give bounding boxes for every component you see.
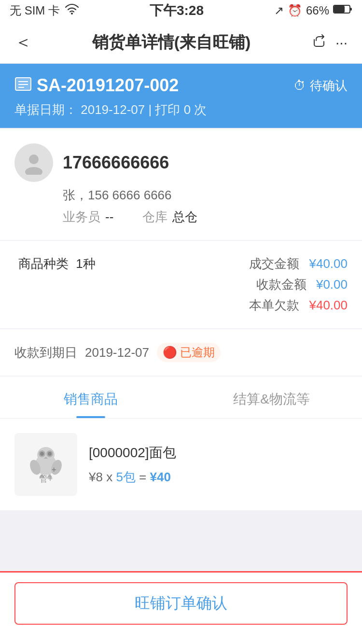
battery-icon (333, 4, 352, 17)
amount-value-1: ¥0.00 (316, 277, 348, 292)
overdue-text: 已逾期 (180, 345, 215, 360)
amount-value-0: ¥40.00 (309, 256, 348, 271)
customer-phone: 17666666666 (63, 153, 169, 173)
customer-name-info: 张，156 6666 6666 (14, 187, 348, 204)
bottom-action-bar: 旺铺订单确认 (0, 571, 362, 644)
tab-sales[interactable]: 销售商品 (0, 377, 181, 418)
back-button[interactable]: ＜ (14, 30, 43, 54)
equals-text: = (136, 470, 150, 484)
order-id-section: SA-20191207-002 (14, 75, 179, 96)
due-label: 收款到期日 (14, 344, 77, 361)
svg-point-7 (29, 154, 39, 164)
customer-card: 17666666666 张，156 6666 6666 业务员 -- 仓库 总仓 (0, 129, 362, 240)
warehouse-label: 仓库 (142, 209, 167, 225)
page-title: 销货单详情(来自旺铺) (43, 31, 299, 54)
order-icon (14, 75, 32, 96)
more-icon[interactable]: ··· (335, 34, 348, 51)
summary-amounts: 成交金额 ¥40.00 收款金额 ¥0.00 本单欠款 ¥40.00 (249, 255, 348, 314)
status-time: 下午3:28 (150, 1, 204, 20)
status-left: 无 SIM 卡 (10, 3, 79, 18)
customer-meta: 业务员 -- 仓库 总仓 (14, 209, 348, 225)
avatar (14, 143, 53, 182)
share-icon[interactable] (310, 33, 326, 52)
amount-row-2: 本单欠款 ¥40.00 (249, 297, 348, 314)
category-info: 商品种类 1种 (14, 255, 249, 272)
status-bar: 无 SIM 卡 下午3:28 ↗ ⏰ 66% (0, 0, 362, 21)
order-date: 单据日期： 2019-12-07 | 打印 0 次 (14, 101, 348, 118)
product-item: + 管+ [0000002]面包 ¥8 x 5包 = ¥40 (0, 419, 362, 510)
product-name: [0000002]面包 (89, 444, 348, 462)
svg-rect-2 (334, 6, 345, 13)
warehouse-value: 总仓 (172, 209, 197, 225)
amount-value-2: ¥40.00 (309, 298, 348, 313)
tab-settlement[interactable]: 结算&物流等 (181, 377, 362, 418)
summary-card: 商品种类 1种 成交金额 ¥40.00 收款金额 ¥0.00 本单欠款 ¥40.… (0, 241, 362, 328)
amount-label-1: 收款金额 (256, 276, 306, 293)
order-header: SA-20191207-002 ⏱ 待确认 单据日期： 2019-12-07 |… (0, 64, 362, 128)
svg-text:+: + (52, 465, 56, 474)
sales-value: -- (105, 210, 113, 224)
amount-label-2: 本单欠款 (249, 297, 299, 314)
sales-label: 业务员 (63, 209, 100, 225)
svg-point-8 (25, 167, 42, 175)
svg-point-14 (48, 452, 52, 456)
category-value: 1种 (76, 256, 95, 271)
alarm-icon: ⏰ (288, 4, 302, 17)
overdue-icon: 🔴 (163, 346, 177, 359)
order-status: ⏱ 待确认 (293, 77, 348, 94)
product-qty: 5包 (116, 470, 135, 484)
status-right: ↗ ⏰ 66% (274, 4, 352, 17)
battery-text: 66% (306, 4, 329, 17)
carrier-text: 无 SIM 卡 (10, 3, 60, 18)
amount-label-0: 成交金额 (249, 255, 299, 272)
nav-bar: ＜ 销货单详情(来自旺铺) ··· (0, 21, 362, 64)
product-price: ¥8 x 5包 = ¥40 (89, 469, 348, 486)
due-date-value: 2019-12-07 (85, 345, 149, 360)
tabs-section: 销售商品 结算&物流等 (0, 377, 362, 510)
price-text: ¥8 x (89, 470, 116, 484)
status-text: 待确认 (310, 77, 348, 94)
tabs-row: 销售商品 结算&物流等 (0, 377, 362, 419)
svg-rect-1 (350, 8, 352, 11)
confirm-order-button[interactable]: 旺铺订单确认 (14, 582, 348, 625)
category-label: 商品种类 (18, 256, 69, 271)
order-number: SA-20191207-002 (37, 75, 179, 96)
product-total: ¥40 (150, 470, 170, 484)
product-details: [0000002]面包 ¥8 x 5包 = ¥40 (89, 444, 348, 486)
due-date-card: 收款到期日 2019-12-07 🔴 已逾期 (0, 329, 362, 376)
location-icon: ↗ (274, 4, 284, 17)
amount-row-0: 成交金额 ¥40.00 (249, 255, 348, 272)
product-thumbnail: + 管+ (14, 433, 77, 496)
status-clock-icon: ⏱ (293, 78, 306, 93)
amount-row-1: 收款金额 ¥0.00 (256, 276, 348, 293)
svg-point-13 (40, 452, 44, 456)
nav-actions: ··· (299, 33, 348, 52)
wifi-icon (65, 4, 79, 17)
overdue-badge: 🔴 已逾期 (157, 343, 221, 362)
